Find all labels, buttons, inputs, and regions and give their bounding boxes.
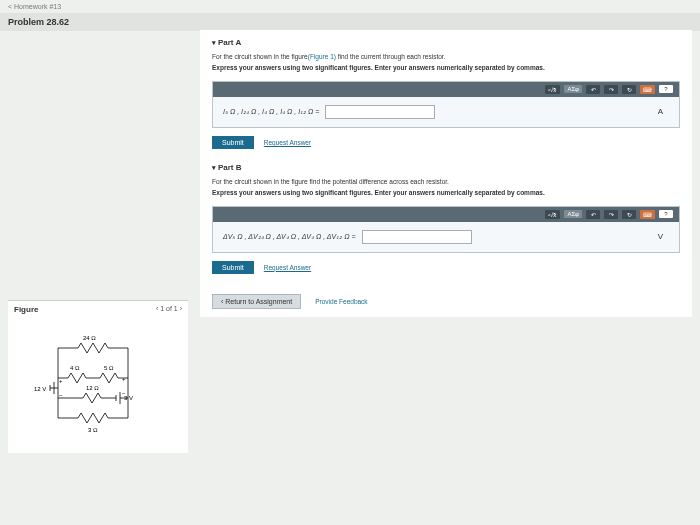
symbols-button[interactable]: ΑΣφ	[564, 210, 582, 218]
part-a-answer-box: ▫√x̄ ΑΣφ ↶ ↷ ↻ ⌨ ? I₅ Ω , I₂₄ Ω , I₄ Ω ,…	[212, 81, 680, 128]
part-a-title: Part A	[212, 38, 680, 47]
templates-button[interactable]: ▫√x̄	[545, 210, 560, 219]
part-a-submit-button[interactable]: Submit	[212, 136, 254, 149]
svg-text:−: −	[122, 390, 126, 396]
svg-text:−: −	[59, 392, 63, 398]
part-b-section: Part B For the circuit shown in the figu…	[212, 163, 680, 274]
keyboard-button[interactable]: ⌨	[640, 85, 655, 94]
part-a-instruction-2: Express your answers using two significa…	[212, 64, 680, 72]
part-a-answer-label: I₅ Ω , I₂₄ Ω , I₄ Ω , I₄ Ω , I₁₂ Ω =	[223, 108, 319, 116]
instruction-text: For the circuit shown in the figure	[212, 53, 308, 60]
svg-text:24 Ω: 24 Ω	[83, 335, 96, 341]
svg-text:+: +	[59, 378, 63, 384]
part-b-instruction-2: Express your answers using two significa…	[212, 189, 680, 197]
keyboard-button[interactable]: ⌨	[640, 210, 655, 219]
symbols-button[interactable]: ΑΣφ	[564, 85, 582, 93]
part-b-answer-box: ▫√x̄ ΑΣφ ↶ ↷ ↻ ⌨ ? ΔV₅ Ω , ΔV₂₄ Ω , ΔV₄ …	[212, 206, 680, 253]
part-b-title: Part B	[212, 163, 680, 172]
undo-button[interactable]: ↶	[586, 85, 600, 94]
templates-button[interactable]: ▫√x̄	[545, 85, 560, 94]
svg-text:+: +	[122, 376, 126, 382]
part-b-unit: V	[658, 232, 663, 241]
svg-text:12 V: 12 V	[34, 386, 46, 392]
content-area: Part A For the circuit shown in the figu…	[200, 30, 692, 317]
part-a-section: Part A For the circuit shown in the figu…	[212, 38, 680, 149]
instruction-text-suffix: find the current through each resistor.	[336, 53, 445, 60]
svg-text:5 Ω: 5 Ω	[104, 365, 114, 371]
help-button[interactable]: ?	[659, 210, 673, 218]
redo-button[interactable]: ↷	[604, 210, 618, 219]
circuit-diagram: 24 Ω 4 Ω 5 Ω 12 Ω	[8, 318, 188, 453]
part-b-answer-input[interactable]	[362, 230, 472, 244]
part-a-answer-input[interactable]	[325, 105, 435, 119]
svg-text:3 Ω: 3 Ω	[88, 427, 98, 433]
figure-title: Figure	[14, 305, 38, 314]
part-b-submit-button[interactable]: Submit	[212, 261, 254, 274]
help-button[interactable]: ?	[659, 85, 673, 93]
svg-text:4 Ω: 4 Ω	[70, 365, 80, 371]
breadcrumb[interactable]: < Homework #13	[0, 0, 700, 13]
part-a-instruction-1: For the circuit shown in the figure(Figu…	[212, 53, 680, 61]
answer-toolbar: ▫√x̄ ΑΣφ ↶ ↷ ↻ ⌨ ?	[213, 82, 679, 97]
provide-feedback[interactable]: Provide Feedback	[315, 298, 367, 305]
figure-link[interactable]: (Figure 1)	[308, 53, 336, 60]
part-a-request-answer[interactable]: Request Answer	[264, 139, 311, 146]
part-b-instruction-1: For the circuit shown in the figure find…	[212, 178, 680, 186]
answer-toolbar-b: ▫√x̄ ΑΣφ ↶ ↷ ↻ ⌨ ?	[213, 207, 679, 222]
redo-button[interactable]: ↷	[604, 85, 618, 94]
reset-button[interactable]: ↻	[622, 85, 636, 94]
reset-button[interactable]: ↻	[622, 210, 636, 219]
svg-text:12 Ω: 12 Ω	[86, 385, 99, 391]
undo-button[interactable]: ↶	[586, 210, 600, 219]
return-button[interactable]: Return to Assignment	[212, 294, 301, 309]
figure-pager: ‹ 1 of 1 ›	[156, 305, 182, 314]
part-b-request-answer[interactable]: Request Answer	[264, 264, 311, 271]
part-a-unit: A	[658, 107, 663, 116]
problem-title: Problem 28.62	[0, 13, 700, 31]
part-b-answer-label: ΔV₅ Ω , ΔV₂₄ Ω , ΔV₄ Ω , ΔV₄ Ω , ΔV₁₂ Ω …	[223, 233, 356, 241]
footer-row: Return to Assignment Provide Feedback	[212, 288, 680, 309]
figure-panel: Figure ‹ 1 of 1 › 24 Ω 4 Ω 5 Ω	[8, 300, 188, 453]
